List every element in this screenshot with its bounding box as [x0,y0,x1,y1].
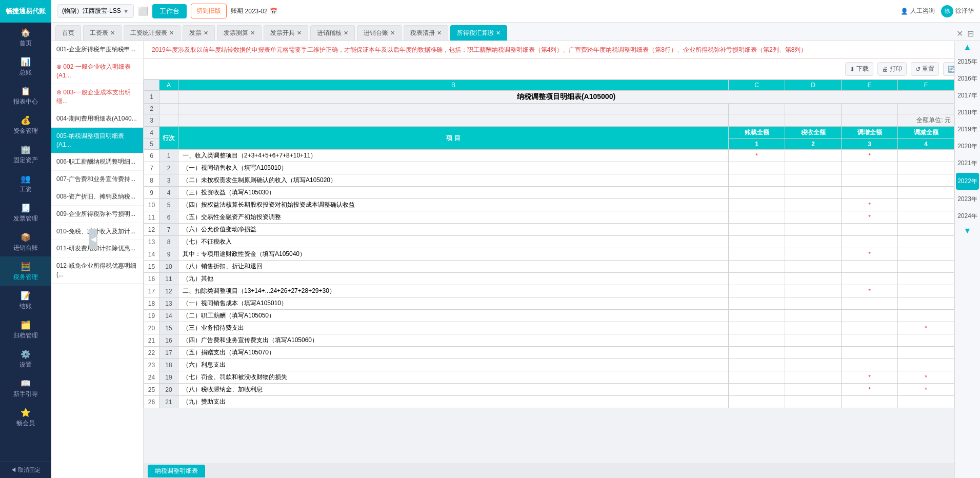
left-item-006[interactable]: 006-职工薪酬纳税调整明细... [51,153,143,171]
sidebar-item-member[interactable]: ⭐ 畅会员 [0,403,51,432]
company-selector[interactable]: (物副）江西股宝-LSS ▼ [57,4,134,18]
table-row[interactable]: 15 10 （八）销售折扣、折让和退回 [144,261,954,273]
year-2016[interactable]: 2016年 [955,70,980,87]
print-button[interactable]: 🖨 打印 [877,62,907,76]
left-item-008[interactable]: 008-资产折旧、摊销及纳税... [51,188,143,206]
tab-close-icon[interactable]: ✕ [437,30,442,36]
tab-payroll[interactable]: 工资表✕ [83,25,122,41]
maximize-icon[interactable]: ⊟ [965,27,976,41]
sidebar-item-ledger[interactable]: 📊 总账 [0,52,51,81]
tab-label: 进销台账 [364,29,388,37]
tab-close-icon[interactable]: ✕ [496,30,501,36]
table-row[interactable]: 18 13 （一）视同销售成本（填写A105010） [144,297,954,310]
year-2021[interactable]: 2021年 [955,155,980,172]
download-button[interactable]: ⬇ 下载 [845,62,873,76]
tab-tax-list[interactable]: 税表清册✕ [404,25,448,41]
table-row[interactable]: 10 5 （四）按权益法核算长期股权投资对初始投资成本调整确认收益 * [144,199,954,211]
year-2020[interactable]: 2020年 [955,138,980,155]
tab-close-icon[interactable]: ✕ [297,30,302,36]
tab-close-icon[interactable]: ✕ [344,30,348,36]
copy-icon[interactable]: ⬜ [138,6,148,16]
tab-invoice-calc[interactable]: 发票测算✕ [217,25,262,41]
collapse-panel-button[interactable]: ◀ [89,229,97,249]
sidebar-item-close[interactable]: 📝 结账 [0,286,51,315]
year-2019[interactable]: 2019年 [955,121,980,138]
ledger-icon: 📊 [21,57,31,67]
tab-inventory-ledger[interactable]: 进销台账✕ [357,25,402,41]
left-item-012[interactable]: 012-减免企业所得税优惠明细(... [51,257,143,284]
reports-icon: 📋 [21,86,31,96]
user-avatar: 徐 [941,5,953,17]
reset-button[interactable]: ↺ 重置 [911,62,939,76]
sidebar-item-tax[interactable]: 🧮 税务管理 [0,256,51,286]
sidebar-item-settings[interactable]: ⚙️ 设置 [0,344,51,373]
download-icon: ⬇ [850,66,855,73]
topbar: (物副）江西股宝-LSS ▼ ⬜ 工作台 切到旧版 账期 2023-02 📅 👤… [51,0,980,23]
left-item-004[interactable]: 004-期间费用明细表(A1040... [51,110,143,128]
col-rownum [144,80,159,91]
tab-inventory-check[interactable]: 进销稽核✕ [310,25,355,41]
sidebar-item-assets[interactable]: 🏢 固定资产 [0,140,51,169]
left-item-003[interactable]: ⊗ 003-一般企业成本支出明细... [51,84,143,110]
year-2018[interactable]: 2018年 [955,104,980,121]
tab-payroll-report[interactable]: 工资统计报表✕ [124,25,181,41]
tab-close-icon[interactable]: ✕ [169,30,174,36]
sidebar-item-archive[interactable]: 🗂️ 归档管理 [0,315,51,344]
table-row[interactable]: 20 15 （三）业务招待费支出 * [144,322,954,334]
sidebar-item-reports[interactable]: 📋 报表中心 [0,81,51,110]
table-row[interactable]: 14 9 其中：专项用途财政性资金（填写A105040） * [144,248,954,261]
left-item-009[interactable]: 009-企业所得税弥补亏损明... [51,206,143,223]
year-2024[interactable]: 2024年 [955,208,980,225]
tab-invoice-open[interactable]: 发票开具✕ [264,25,308,41]
sidebar-item-home[interactable]: 🏠 首页 [0,23,51,52]
table-row[interactable]: 7 2 （一）视同销售收入（填写A105010） [144,162,954,174]
sidebar-item-invoice[interactable]: 🧾 发票管理 [0,198,51,227]
table-row[interactable]: 13 8 （七）不征税收入 [144,236,954,248]
service-button[interactable]: 👤 人工咨询 [901,7,935,15]
user-menu[interactable]: 徐 徐泽华 [941,5,974,17]
year-2015[interactable]: 2015年 [955,53,980,70]
close-all-tabs-button[interactable]: ✕ [954,27,965,41]
tab-home[interactable]: 首页 [55,25,81,41]
sidebar-item-inventory[interactable]: 📦 进销台账 [0,227,51,256]
unpin-button[interactable]: ◀ 取消固定 [0,462,51,478]
table-row[interactable]: 8 3 （二）未按权责发生制原则确认的收入（填写A105020） [144,174,954,187]
table-row[interactable]: 26 21 （九）赞助支出 [144,396,954,408]
year-down-button[interactable]: ▼ [961,225,975,237]
old-version-button[interactable]: 切到旧版 [191,4,227,18]
year-2022[interactable]: 2022年 [956,173,979,190]
table-row[interactable]: 11 6 （五）交易性金融资产初始投资调整 * [144,211,954,224]
table-row[interactable]: 9 4 （三）投资收益（填写A105030） [144,187,954,199]
tab-close-icon[interactable]: ✕ [110,30,115,36]
sidebar-item-finance[interactable]: 💰 资金管理 [0,110,51,140]
bottom-tab-item[interactable]: 纳税调整明细表 [148,465,205,477]
sidebar-item-guide[interactable]: 📖 新手引导 [0,373,51,403]
calendar-icon[interactable]: 📅 [270,8,277,15]
tab-income-tax[interactable]: 所得税汇算缴✕ [450,25,507,41]
table-row[interactable]: 21 16 （四）广告费和业务宣传费支出（填写A105060） [144,334,954,347]
table-row[interactable]: 16 11 （九）其他 [144,273,954,285]
left-item-005[interactable]: 005-纳税调整项目明细表(A1... [51,128,143,154]
table-row[interactable]: 22 17 （五）捐赠支出（填写A105070） [144,347,954,359]
tab-close-icon[interactable]: ✕ [250,30,255,36]
tab-invoice[interactable]: 发票✕ [183,25,215,41]
year-up-button[interactable]: ▲ [961,41,975,53]
table-row[interactable]: 24 19 （七）罚金、罚款和被没收财物的损失 * * [144,371,954,384]
left-item-001[interactable]: 001-企业所得税年度纳税申... [51,41,143,58]
table-row[interactable]: 19 14 （二）职工薪酬（填写A105050） [144,310,954,322]
workbench-button[interactable]: 工作台 [152,4,187,18]
table-row[interactable]: 12 7 （六）公允价值变动净损益 [144,224,954,236]
year-2017[interactable]: 2017年 [955,87,980,104]
year-2023[interactable]: 2023年 [955,191,980,208]
tab-close-icon[interactable]: ✕ [390,30,395,36]
sidebar-item-payroll[interactable]: 👥 工资 [0,169,51,198]
col-e-header: E [842,80,898,91]
table-row[interactable]: 6 1 一、收入类调整项目（2+3+4+5+6+7+8+10+11） * * [144,150,954,162]
tab-close-icon[interactable]: ✕ [204,30,208,36]
col-id-row: A B C D E F [144,80,954,91]
left-item-007[interactable]: 007-广告费和业务宣传费持... [51,171,143,188]
table-row[interactable]: 17 12 二、扣除类调整项目（13+14+...24+26+27+28+29+… [144,285,954,297]
left-item-002[interactable]: ⊗ 002-一般企业收入明细表(A1... [51,58,143,85]
table-row[interactable]: 25 20 （八）税收滞纳金、加收利息 * * [144,384,954,396]
table-row[interactable]: 23 18 （六）利息支出 [144,359,954,371]
